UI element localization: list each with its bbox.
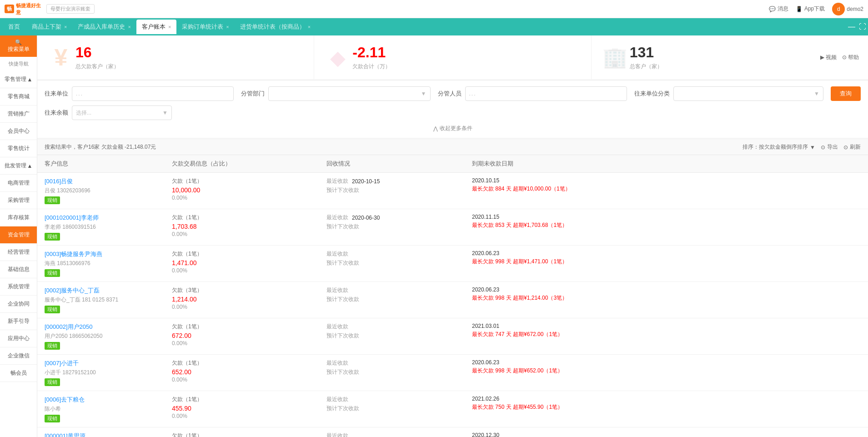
sidebar-item-new-guide[interactable]: 新手引导 xyxy=(0,313,37,330)
due-date-0: 2020.10.15 xyxy=(472,177,861,184)
tab-close-purchase-order[interactable]: × xyxy=(226,24,229,30)
sidebar-item-ecommerce-mgmt[interactable]: 电商管理 xyxy=(0,175,37,192)
sort-select[interactable]: 排序：按欠款金额倒序排序 ▼ xyxy=(743,143,815,151)
customer-info-6: [0006]去下粮仓 陈小希 现销 xyxy=(45,396,172,422)
sidebar-shortcut[interactable]: 快捷导航 xyxy=(0,57,37,71)
overdue-link-3[interactable]: 超期¥1,214.00（3笔） xyxy=(513,295,567,301)
sidebar-item-vip-member[interactable]: 畅会员 xyxy=(0,365,37,382)
balance-label: 往来余额 xyxy=(45,109,68,117)
customer-name-2[interactable]: [0003]畅捷服务尹海燕 xyxy=(45,250,172,258)
customer-tag-0: 现销 xyxy=(45,196,60,204)
tab-purchase-stats[interactable]: 进货单统计表（按商品） × xyxy=(235,20,316,34)
customer-name-7[interactable]: [000001]黄思源 xyxy=(45,432,172,437)
debt-amount-4[interactable]: 672.00 xyxy=(172,332,326,339)
customer-info-7: [000001]黄思源 黄思源 13552700226 现销 xyxy=(45,432,172,437)
sidebar-item-operation-mgmt[interactable]: 经营管理 xyxy=(0,244,37,261)
sidebar-item-enterprise-wechat[interactable]: 企业微信 xyxy=(0,347,37,365)
top-right-actions: 💬 消息 📱 App下载 d demo2 xyxy=(769,3,863,15)
video-icon: ▶ xyxy=(820,54,824,60)
tab-purchase-order[interactable]: 采购订单统计表 × xyxy=(176,20,234,34)
tab-home[interactable]: 首页 xyxy=(2,20,26,34)
search-button[interactable]: 查询 xyxy=(831,86,861,101)
due-info-3: 2020.06.23 最长欠款 998 天 超期¥1,214.00（3笔） xyxy=(472,286,861,302)
sidebar-item-inventory-check[interactable]: 库存核算 xyxy=(0,209,37,226)
tab-close-customer-account[interactable]: × xyxy=(168,24,171,30)
debt-info-4: 欠款（1笔） 672.00 0.00% xyxy=(172,323,326,347)
tab-product-history[interactable]: 产成品入库单历史 × xyxy=(72,20,136,34)
customer-name-4[interactable]: [000002]用户2050 xyxy=(45,323,172,331)
sidebar-item-retail-stats[interactable]: 零售统计 xyxy=(0,140,37,157)
top-bar: 畅 畅捷通好生意 母婴行业演示账套 💬 消息 📱 App下载 d demo2 xyxy=(0,0,868,18)
overdue-link-6[interactable]: 超期¥455.90（1笔） xyxy=(513,404,563,410)
video-button[interactable]: ▶ 视频 xyxy=(820,54,837,61)
debt-amount-0[interactable]: 10,000.00 xyxy=(172,186,326,194)
logo-text: 畅捷通好生意 xyxy=(16,2,41,16)
sidebar-item-retail-store[interactable]: 零售商城 xyxy=(0,88,37,105)
table-wrapper: 客户信息 欠款交易信息（占比） 回收情况 到期未收款日期 [0016]吕俊 吕俊… xyxy=(37,155,868,437)
dept-arrow-icon: ▼ xyxy=(421,90,426,97)
tab-customer-account[interactable]: 客户账本 × xyxy=(136,20,176,34)
sidebar-item-system-mgmt[interactable]: 系统管理 xyxy=(0,278,37,296)
table-header: 客户信息 欠款交易信息（占比） 回收情况 到期未收款日期 xyxy=(37,155,868,173)
sidebar-item-marketing[interactable]: 营销推广 xyxy=(0,105,37,123)
sidebar-item-member-center[interactable]: 会员中心 xyxy=(0,123,37,140)
overdue-link-1[interactable]: 超期¥1,703.68（1笔） xyxy=(513,222,567,228)
tabs-bar: 首页 商品上下架 × 产成品入库单历史 × 客户账本 × 采购订单统计表 × 进… xyxy=(0,18,868,35)
sidebar-item-enterprise-coop[interactable]: 企业协同 xyxy=(0,296,37,313)
customer-contact-1: 李老师 18600391516 xyxy=(45,223,172,231)
overdue-link-0[interactable]: 超期¥10,000.00（1笔） xyxy=(513,186,571,192)
from-unit-input[interactable]: ... xyxy=(72,86,234,101)
logo-area: 畅 畅捷通好生意 xyxy=(5,2,41,16)
due-date-7: 2020.12.30 xyxy=(472,432,861,437)
message-button[interactable]: 💬 消息 xyxy=(769,5,788,13)
customer-tag-3: 现销 xyxy=(45,306,60,313)
overdue-link-4[interactable]: 超期¥672.00（1笔） xyxy=(513,331,563,337)
user-avatar[interactable]: d demo2 xyxy=(832,3,863,15)
debt-amount-1[interactable]: 1,703.68 xyxy=(172,223,326,230)
sidebar-item-capital-mgmt[interactable]: 资金管理 xyxy=(0,226,37,244)
customer-info-3: [0002]服务中心_丁磊 服务中心_丁磊 181 0125 8371 现销 xyxy=(45,286,172,313)
help-button[interactable]: ⊙ 帮助 xyxy=(842,54,859,61)
sidebar-item-retail-mgmt[interactable]: 零售管理▲ xyxy=(0,71,37,88)
debt-count-4: 欠款（1笔） xyxy=(172,323,326,331)
debt-count-6: 欠款（1笔） xyxy=(172,396,326,403)
customer-name-1[interactable]: [0001020001]李老师 xyxy=(45,214,172,222)
tabs-expand-button[interactable]: ⛶ xyxy=(859,23,866,31)
debt-amount-2[interactable]: 1,471.00 xyxy=(172,259,326,266)
stat-info-total-customers: 131 总客户（家） xyxy=(630,44,662,70)
refresh-button[interactable]: ⊙ 刷新 xyxy=(843,143,861,151)
sidebar-item-basic-info[interactable]: 基础信息 xyxy=(0,261,37,278)
tab-product-offline[interactable]: 商品上下架 × xyxy=(26,20,72,34)
person-input[interactable]: ... xyxy=(465,86,627,101)
col-header-customer: 客户信息 xyxy=(45,160,172,168)
debt-amount-3[interactable]: 1,214.00 xyxy=(172,296,326,303)
balance-select[interactable]: 选择... ▼ xyxy=(72,105,172,120)
tab-close-product-history[interactable]: × xyxy=(128,24,130,30)
tab-close-product-offline[interactable]: × xyxy=(64,24,67,30)
results-actions: 排序：按欠款金额倒序排序 ▼ ⊙ 导出 ⊙ 刷新 xyxy=(743,143,861,151)
stat-info-debt-amount: -2.11 欠款合计（万） xyxy=(352,44,391,70)
sidebar-item-batch-mgmt[interactable]: 批发管理▲ xyxy=(0,157,37,175)
sidebar-item-purchase-mgmt[interactable]: 采购管理 xyxy=(0,192,37,209)
sidebar-search[interactable]: 🔍 搜索菜单 xyxy=(0,35,37,57)
due-date-5: 2020.06.23 xyxy=(472,359,861,366)
customer-name-0[interactable]: [0016]吕俊 xyxy=(45,177,172,186)
debt-amount-6[interactable]: 455.90 xyxy=(172,405,326,412)
export-button[interactable]: ⊙ 导出 xyxy=(821,143,838,151)
customer-name-5[interactable]: [0007]小进千 xyxy=(45,359,172,367)
collapse-button[interactable]: ⋀ 收起更多条件 xyxy=(45,125,861,132)
stat-info-debt-customers: 16 总欠款客户（家） xyxy=(75,44,119,70)
tabs-minimize-button[interactable]: — xyxy=(848,23,855,31)
app-download-button[interactable]: 📱 App下载 xyxy=(796,5,825,13)
overdue-link-5[interactable]: 超期¥652.00（1笔） xyxy=(513,367,563,374)
dept-select[interactable]: ▼ xyxy=(268,86,430,101)
sidebar-item-app-center[interactable]: 应用中心 xyxy=(0,330,37,347)
tab-close-purchase-stats[interactable]: × xyxy=(308,24,311,30)
debt-info-3: 欠款（3笔） 1,214.00 0.00% xyxy=(172,286,326,310)
customer-name-3[interactable]: [0002]服务中心_丁磊 xyxy=(45,286,172,295)
debt-amount-5[interactable]: 652.00 xyxy=(172,368,326,376)
overdue-link-2[interactable]: 超期¥1,471.00（1笔） xyxy=(513,258,567,265)
customer-name-6[interactable]: [0006]去下粮仓 xyxy=(45,396,172,404)
unit-category-select[interactable]: ▼ xyxy=(673,86,823,101)
results-summary: 搜索结果中，客户16家 欠款金额 -21,148.07元 xyxy=(45,143,156,151)
